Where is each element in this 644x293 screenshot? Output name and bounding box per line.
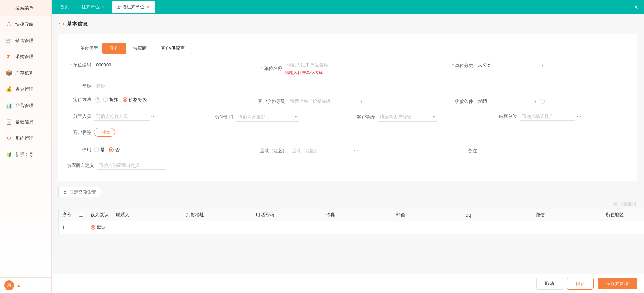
- grade-radio-circle: [123, 97, 127, 102]
- cancel-button[interactable]: 取消: [536, 278, 563, 290]
- disable-no-circle: [109, 147, 114, 152]
- form-row-4: 分管人员 ··· 分管部门 请输入分管部门 ▾ 客户等级 请选择客户等级 ▾: [67, 112, 629, 122]
- settlement-input[interactable]: [520, 112, 575, 121]
- region-extra-icon[interactable]: ···: [352, 148, 360, 154]
- payment-terms-select[interactable]: 现结 ▾: [476, 97, 539, 106]
- payment-terms-help-icon[interactable]: ?: [540, 99, 545, 104]
- cell-fax[interactable]: [322, 221, 392, 234]
- add-tag-button[interactable]: + 标签: [94, 128, 115, 137]
- cell-qq[interactable]: [462, 221, 532, 234]
- email-input[interactable]: [396, 223, 458, 231]
- user-info: ▲: [17, 283, 21, 288]
- save-new-button[interactable]: 保存并新增: [598, 278, 637, 289]
- note-label: 备注: [453, 148, 477, 154]
- manager-input[interactable]: [94, 112, 150, 121]
- tab-partner-close[interactable]: ✕: [102, 5, 105, 9]
- default-radio-circle: [91, 225, 95, 230]
- tab-new-partner-close[interactable]: ✕: [147, 5, 150, 9]
- cell-region[interactable]: [602, 221, 644, 234]
- select-all-checkbox[interactable]: [79, 212, 83, 217]
- department-placeholder: 请输入分管部门: [238, 114, 293, 120]
- type-btn-customer[interactable]: 客户: [102, 43, 126, 54]
- sidebar-item-quicknav[interactable]: ⬡ 快捷导航: [0, 16, 51, 32]
- unit-name-label: 单位名称: [258, 65, 282, 72]
- col-default: 设为默认: [87, 209, 112, 221]
- short-name-input[interactable]: [94, 82, 164, 90]
- pricing-help-icon[interactable]: ?: [95, 97, 100, 103]
- customer-grade-select[interactable]: 请选择客户等级 ▾: [378, 112, 437, 122]
- pricing-label: 定价方法: [67, 97, 91, 103]
- manager-extra-icon[interactable]: ···: [150, 113, 157, 120]
- cell-address[interactable]: [182, 221, 252, 234]
- finance-icon: 💰: [6, 86, 13, 92]
- wechat-input[interactable]: [536, 223, 598, 231]
- form-row-2: 简称: [67, 82, 629, 90]
- disable-radio-yes[interactable]: 是: [94, 147, 105, 153]
- sidebar-item-inventory[interactable]: 📦 库存核算: [0, 65, 51, 81]
- field-payment-terms: 收款条件 现结 ▾ ?: [449, 97, 629, 106]
- cell-contact[interactable]: [112, 221, 182, 234]
- avatar: 用: [4, 280, 14, 290]
- type-btn-supplier[interactable]: 供应商: [126, 43, 154, 54]
- form-card: 单位类型 客户 供应商 客户/供应商 单位编码 单位名称 请输入往来单位: [58, 34, 637, 181]
- cell-wechat[interactable]: [532, 221, 602, 234]
- pricing-radio-discount[interactable]: 折扣: [103, 97, 118, 103]
- cell-phone[interactable]: [252, 221, 322, 234]
- type-btn-both[interactable]: 客户/供应商: [154, 43, 192, 54]
- customer-price-select[interactable]: 请选择客户价格等级 ▾: [288, 97, 364, 106]
- department-chevron: ▾: [295, 115, 297, 119]
- contact-table: 序号 设为默认 联系人 到货地址 电话号码 传真 邮箱 qq 微信 所在地区: [58, 209, 644, 234]
- table-row: 1 默认: [59, 221, 644, 234]
- unit-type-row: 单位类型 客户 供应商 客户/供应商: [67, 43, 629, 54]
- customize-settings-button[interactable]: ⚙ 自定义项设置: [58, 187, 101, 197]
- settlement-extra-icon[interactable]: ···: [575, 113, 583, 120]
- tab-new-partner[interactable]: 新增往来单位 ✕: [112, 1, 155, 13]
- sidebar-item-search[interactable]: ≡ 搜索菜单: [0, 0, 51, 16]
- unit-type-buttons: 客户 供应商 客户/供应商: [102, 43, 192, 54]
- section-flag: 🏷: [58, 21, 64, 27]
- unit-code-input[interactable]: [94, 61, 164, 69]
- region-input[interactable]: [290, 147, 352, 155]
- sidebar-item-purchase[interactable]: 🛍 采购管理: [0, 49, 51, 65]
- row-region-input[interactable]: [606, 223, 644, 231]
- bottom-bar: 取消 保存 保存并新增: [52, 274, 644, 293]
- sidebar-item-operations[interactable]: 📊 经营管理: [0, 97, 51, 114]
- save-button[interactable]: 保存: [567, 278, 594, 290]
- field-unit-code: 单位编码: [67, 61, 247, 69]
- field-disable: 停用 是 否: [67, 147, 243, 153]
- supplier-custom-label: 供应商自定义: [67, 162, 94, 169]
- pricing-radio-grade[interactable]: 价格等级: [123, 97, 147, 103]
- sidebar-item-guide[interactable]: 🔰 新手引导: [0, 146, 51, 163]
- row-checkbox[interactable]: [79, 225, 83, 229]
- supplier-custom-input[interactable]: [97, 161, 166, 170]
- contact-input[interactable]: [116, 223, 179, 231]
- sidebar-item-basicinfo[interactable]: 📋 基础信息: [0, 114, 51, 130]
- sidebar-item-finance[interactable]: 💰 资金管理: [0, 81, 51, 97]
- qq-input[interactable]: [466, 223, 528, 231]
- sidebar-footer: 用 ▲: [0, 277, 51, 293]
- note-input[interactable]: [480, 147, 570, 155]
- batch-delete-label[interactable]: 批量删除: [619, 201, 637, 207]
- fax-input[interactable]: [326, 223, 388, 231]
- address-input[interactable]: [186, 223, 249, 231]
- row-default-radio[interactable]: 默认: [91, 224, 109, 230]
- unit-name-input[interactable]: [285, 61, 362, 69]
- unit-type-label: 单位类型: [67, 45, 98, 51]
- department-select[interactable]: 请输入分管部门 ▾: [236, 112, 299, 122]
- tab-home[interactable]: 首页: [54, 1, 74, 13]
- phone-input[interactable]: [256, 223, 319, 231]
- search-icon: ≡: [6, 5, 13, 11]
- disable-radio-no[interactable]: 否: [109, 147, 120, 153]
- field-region: 区域（地区） ···: [260, 147, 436, 155]
- sidebar-item-system[interactable]: ⚙ 系统管理: [0, 130, 51, 146]
- customer-grade-placeholder: 请选择客户等级: [380, 114, 432, 120]
- sidebar-item-sales[interactable]: 🛒 销售管理: [0, 32, 51, 49]
- region-label: 区域（地区）: [260, 148, 287, 154]
- tab-bar-close-all[interactable]: ✕: [631, 2, 641, 12]
- discount-radio-circle: [103, 97, 108, 102]
- purchase-icon: 🛍: [6, 54, 13, 60]
- unit-category-select[interactable]: 未分类 ▾: [476, 61, 545, 70]
- cell-email[interactable]: [392, 221, 462, 234]
- tab-partner[interactable]: 往来单位 ✕: [76, 1, 110, 13]
- field-short-name: 简称: [67, 82, 629, 90]
